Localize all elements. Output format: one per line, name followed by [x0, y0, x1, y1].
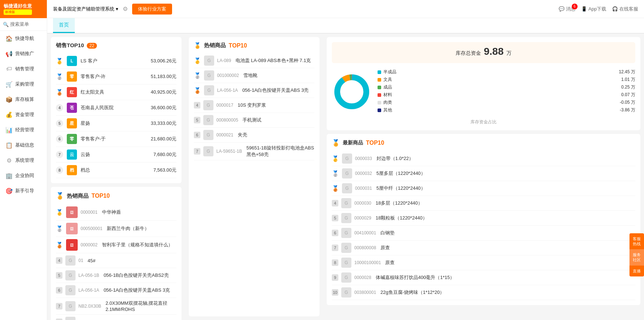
np-avatar-1: G	[342, 153, 352, 164]
sidebar-item-marketing[interactable]: 📢 营销推广	[0, 46, 47, 61]
float-btn-service[interactable]: 客服热线	[629, 233, 644, 250]
new-sold-medal: 🏅	[194, 42, 201, 49]
new-sold-list: 🏅热销商品TOP10 🥇 G LA-089 电池盖 LA-089 ABS本色+黑…	[194, 42, 314, 160]
legend-value: -3.86 万	[620, 107, 635, 113]
dropdown-icon: ▾	[116, 6, 118, 12]
customer-avatar-2: 零	[67, 71, 77, 82]
float-btn-community[interactable]: 服务社区	[629, 249, 644, 266]
nav-label-sales: 销售管理	[15, 66, 34, 72]
sidebar-item-guide[interactable]: 🎯 新手引导	[0, 183, 47, 198]
customer-name-8: 档总	[81, 167, 150, 173]
app-download-item[interactable]: 📱 App下载	[581, 6, 606, 12]
np-name-5: 18颗粒板（1220*2440）	[376, 215, 427, 221]
customer-rank-item: 🥇 L LS 客户 53,006.26元	[56, 53, 176, 69]
hot-rank-num-5: 5	[56, 272, 62, 279]
np-code-4: 0000030	[354, 201, 371, 206]
tab-home[interactable]: 首页	[53, 18, 75, 33]
sidebar-item-sales[interactable]: 🏷 销售管理	[0, 61, 47, 77]
sidebar-item-company[interactable]: 🏢 企业协同	[0, 168, 47, 183]
hot-products-title-row: 🏅 热销商品 TOP10	[56, 192, 176, 200]
customer-value-6: 21,680.00元	[151, 136, 176, 142]
inventory-total-area: 库存总资金 9.88 万	[332, 42, 635, 63]
customer-rank-item: 4 苍 苍南县人民医院 36,600.00元	[56, 100, 176, 116]
inventory-title: 库存总资金	[456, 50, 481, 56]
customer-avatar-6: 零	[67, 134, 77, 144]
customer-value-5: 33,333.00元	[151, 120, 176, 127]
sidebar-item-inventory[interactable]: 📦 库存核算	[0, 92, 47, 107]
customer-rank-item: 7 云 云扬 7,680.00元	[56, 147, 176, 163]
sidebar-item-system[interactable]: ⚙ 系统管理	[0, 153, 47, 168]
notification-item[interactable]: 💬 消息 6	[559, 6, 575, 12]
medal-icon-rank-1: 🥇	[56, 58, 63, 65]
new-top10-label: TOP10	[366, 140, 384, 146]
np-rank-num-7: 7	[332, 245, 338, 251]
customer-rank-item: 5 星 星扬 33,333.00元	[56, 116, 176, 131]
legend-item: 成品 0.25 万	[378, 84, 635, 90]
customer-value-8: 7,563.00元	[153, 167, 176, 173]
hot-product-name-4: 45#	[87, 258, 95, 263]
sidebar-item-operation[interactable]: 📊 经营管理	[0, 122, 47, 138]
nav-label-quick: 快捷导航	[15, 35, 34, 42]
np-avatar-3: G	[342, 183, 352, 193]
np-avatar-5: G	[341, 213, 351, 223]
ns-avatar-2: G	[204, 70, 214, 81]
customer-avatar-3: 红	[67, 87, 77, 97]
np-name-6: 白钢垫	[380, 230, 395, 236]
left-panel: 销售TOP10 22 🥇 L LS 客户 53,006.26元 🥈 零 零售客户…	[47, 33, 185, 320]
np-name-2: 5厘多层（1220*2440）	[376, 170, 425, 177]
legend-dot	[378, 86, 381, 89]
np-name-10: 22g鱼豆腐-烧烤味（1*12*20）	[380, 289, 444, 296]
sidebar-item-purchase[interactable]: 🛒 采购管理	[0, 77, 47, 92]
new-sold-item: 🥉 G LA-056-1A 056-1A白色按键开关盖ABS 3壳	[194, 83, 314, 98]
medal-icon-rank-2: 🥈	[56, 73, 63, 80]
sidebar-item-basic[interactable]: 📋 基础信息	[0, 138, 47, 153]
nav-label-company: 企业协同	[15, 172, 34, 179]
search-label: 搜索菜单	[10, 21, 29, 28]
new-products-card: 🏅 最新商品 TOP10 🥇 G 0000033 封边带（1.0*22） 🥈 G…	[327, 134, 640, 305]
product-avatar-8: G	[65, 317, 76, 320]
new-sold-top10: TOP10	[229, 42, 247, 49]
np-rank-num-6: 6	[332, 230, 338, 236]
ns-name-1: 电池盖 LA-089 ABS本色+黑种 7.1克	[236, 57, 314, 64]
np-avatar-2: G	[342, 168, 352, 179]
hot-product-code-2: 000500001	[81, 226, 102, 231]
app-download-label: App下载	[588, 6, 606, 12]
app-badge: 标准版	[4, 9, 32, 15]
hot-product-code-1: 0000001	[81, 210, 98, 215]
inventory-card: 库存总资金 9.88 万	[327, 37, 640, 130]
hot-product-item: 5 G LA-056-1B 056-1B白色按键开关壳ABS2壳	[56, 268, 176, 283]
np-rank-num-9: 9	[332, 274, 338, 281]
np-rank-num-10: 10	[332, 289, 338, 296]
headset-icon: 🎧	[612, 6, 618, 12]
nav-icon-marketing: 📢	[6, 50, 12, 57]
rank-num-6: 6	[56, 135, 63, 143]
nav-label-inventory: 库存核算	[15, 96, 34, 103]
search-menu[interactable]: 🔍 搜索菜单	[0, 18, 47, 31]
top-customers-card: 销售TOP10 22 🥇 L LS 客户 53,006.26元 🥈 零 零售客户…	[51, 37, 182, 183]
nav-label-purchase: 采购管理	[15, 81, 34, 87]
sidebar-item-quick[interactable]: 🏠 快捷导航	[0, 31, 47, 46]
customer-avatar-8: 档	[67, 165, 77, 175]
content-area: 销售TOP10 22 🥇 L LS 客户 53,006.26元 🥈 零 零售客户…	[47, 33, 644, 320]
new-product-item: 4 G 0000030 18多层（1220*2440）	[332, 196, 635, 211]
sidebar-item-finance[interactable]: 💰 资金管理	[0, 107, 47, 122]
float-btn-live[interactable]: 直播	[629, 266, 644, 276]
try-button[interactable]: 体验行业方案	[132, 4, 172, 15]
legend-label: 肉类	[383, 99, 617, 106]
np-code-10: 003800001	[354, 290, 376, 295]
online-service-item[interactable]: 🎧 在线客服	[612, 6, 638, 12]
np-name-4: 18多层（1220*2440）	[376, 200, 423, 206]
settings-icon[interactable]: ⚙	[123, 5, 128, 12]
nav-label-operation: 经营管理	[15, 127, 34, 133]
np-avatar-4: G	[341, 198, 351, 208]
new-product-list: 🥇 G 0000033 封边带（1.0*22） 🥈 G 0000032 5厘多层…	[332, 151, 635, 300]
np-code-8: 10000100001	[354, 260, 381, 265]
nav-list: 🏠 快捷导航 📢 营销推广 🏷 销售管理 🛒 采购管理 📦 库存核算 💰 资金管…	[0, 31, 47, 198]
np-avatar-8: G	[341, 258, 351, 268]
page-tabs: 首页	[47, 18, 644, 33]
ns-code-3: LA-056-1A	[217, 88, 238, 93]
legend-item: 半成品 12.45 万	[378, 69, 635, 75]
np-name-3: 5厘中纤（1220*2440）	[376, 185, 425, 192]
system-title-selector[interactable]: 装备及固定资产辅助管理系统 ▾	[53, 6, 118, 12]
topbar-icons: 💬 消息 6 📱 App下载 🎧 在线客服	[559, 6, 638, 12]
